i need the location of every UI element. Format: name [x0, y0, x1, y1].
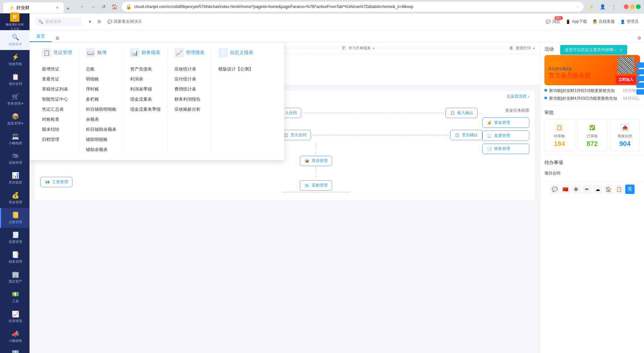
- sidebar-item-operations[interactable]: 📈 经营管理: [0, 307, 30, 327]
- sidebar-item-general-ledger[interactable]: 📒 总账管理: [0, 208, 30, 228]
- desktop-shortcut-btn[interactable]: 桌面快捷: [636, 89, 644, 95]
- bottom-icon-6[interactable]: 🏠: [604, 185, 613, 194]
- menu-item-add-voucher[interactable]: 新增凭证: [42, 64, 72, 74]
- new-tab-button[interactable]: +: [64, 4, 72, 13]
- menu-item-detail-ledger[interactable]: 明细账: [86, 74, 116, 84]
- tip-close-btn[interactable]: ×: [620, 47, 623, 53]
- menu-item-balance[interactable]: 资产负债表: [130, 64, 161, 74]
- menu-item-payable-stats[interactable]: 应付统计表: [174, 74, 205, 84]
- demo-link[interactable]: 💬 我要看实例演示: [107, 19, 142, 24]
- bottom-icon-8[interactable]: 英: [625, 185, 635, 194]
- flow-node-invoice-mgmt[interactable]: 🧾 发票管理: [482, 131, 529, 141]
- message-button[interactable]: 💬 消息 99+: [546, 19, 560, 24]
- menu-item-draft-voucher-list[interactable]: 草稿凭证列表: [42, 84, 72, 94]
- win-maximize-btn[interactable]: [636, 4, 641, 9]
- app-download-button[interactable]: 📱 App下载: [566, 19, 587, 24]
- sidebar-item-salary[interactable]: 💵 工资: [0, 287, 30, 307]
- menu-item-cashflow-quarterly[interactable]: 现金流量表季报: [130, 104, 161, 114]
- win-minimize-btn[interactable]: [630, 4, 635, 9]
- flow-node-income-confirm[interactable]: 📋 收入确认: [445, 108, 478, 118]
- menu-item-period-end[interactable]: 期末结转: [42, 124, 72, 135]
- join-button[interactable]: 立即加入: [616, 76, 636, 84]
- menu-item-profit-quarterly[interactable]: 利润表季报: [130, 84, 161, 94]
- flow-node-expense-confirm[interactable]: 📋 支出确认: [450, 130, 482, 140]
- extension-btn[interactable]: ⚡: [586, 2, 596, 11]
- active-tab[interactable]: ⚡ 好业财 ×: [3, 2, 64, 13]
- bottom-icon-7[interactable]: 📋: [614, 185, 624, 194]
- menu-item-reconciliation[interactable]: 对账检查: [42, 114, 72, 124]
- approval-card-approved[interactable]: ✅ 已审核 872: [577, 119, 607, 151]
- menu-item-aux-balance[interactable]: 辅助余额表: [86, 145, 116, 155]
- menu-item-profit[interactable]: 利润表: [130, 74, 161, 84]
- menu-item-archive[interactable]: 归档管理: [42, 135, 72, 145]
- forward-button[interactable]: →: [88, 2, 98, 11]
- customer-hotline-btn[interactable]: 客服热线: [636, 76, 644, 81]
- sidebar-item-retail[interactable]: 🛒 零售管理 ▾: [0, 90, 30, 109]
- sidebar-item-marketing[interactable]: 📣 小畅销售: [0, 327, 30, 347]
- bottom-icon-1[interactable]: 💬: [550, 185, 559, 194]
- header-search-box[interactable]: 🔍 搜索菜单: [35, 17, 82, 26]
- menu-btn[interactable]: ⋮: [609, 2, 619, 11]
- activity-news-item-1[interactable]: 新功能|好业财3月6日功能更新抢先知 03月06日: [544, 88, 640, 94]
- sidebar-item-fund[interactable]: 💰 资金管理: [0, 188, 30, 208]
- set-flow-button[interactable]: 去设置流程 ›: [506, 94, 529, 99]
- home-button[interactable]: 🏠: [110, 2, 119, 11]
- flow-node-purchase[interactable]: 🛍 采购管理: [300, 180, 332, 191]
- menu-item-expense-stats[interactable]: 费用统计表: [174, 84, 205, 94]
- flow-node-salary[interactable]: 💵 工资管理: [40, 177, 72, 187]
- tab-close-btn[interactable]: ×: [56, 5, 58, 10]
- menu-item-receivable-stats[interactable]: 应收统计表: [174, 64, 205, 74]
- sidebar-item-quick-nav[interactable]: ⚡ 快捷导航: [0, 50, 30, 70]
- menu-item-profit-report[interactable]: 财务利润报告: [174, 94, 205, 104]
- menu-item-voucher-summary[interactable]: 凭证汇总表: [42, 104, 72, 114]
- approval-card-initiated[interactable]: 📤 我发起的 904: [610, 119, 640, 151]
- tab-settings-icon[interactable]: ⚙: [635, 34, 644, 42]
- service-community-btn[interactable]: 服务社区: [636, 83, 644, 88]
- header-nav-chevron[interactable]: ▾: [86, 18, 94, 26]
- bookmark-icon[interactable]: ☆: [576, 4, 580, 9]
- menu-item-ar-aging[interactable]: 应收账龄分析: [174, 104, 205, 114]
- homepage-settings-btn[interactable]: 首页设置: [636, 62, 644, 68]
- approval-card-pending[interactable]: 📋 待审核 184: [544, 119, 575, 151]
- menu-item-smart-voucher[interactable]: 智能凭证中心: [42, 94, 72, 104]
- activity-news-item-2[interactable]: 新功能|好业财4月03日功能更新抢先知 04月03日: [544, 96, 640, 101]
- sidebar-item-invoice[interactable]: 🧾 发票管理: [0, 228, 30, 248]
- menu-item-aux-detail[interactable]: 辅助明细账: [86, 135, 116, 145]
- sidebar-item-inventory[interactable]: 📊 库存核算: [0, 168, 30, 188]
- activity-banner[interactable]: 畅捷通 享社群专属权益 官方会员服务群 立即加入: [544, 55, 640, 85]
- win-close-btn[interactable]: [624, 4, 629, 9]
- help-center-btn[interactable]: 帮助中心: [636, 69, 644, 74]
- menu-item-template-design[interactable]: 模版设计【公测】: [218, 64, 253, 74]
- menu-item-general-ledger[interactable]: 总账: [86, 64, 116, 74]
- sidebar-item-tax[interactable]: 📑 税务管理: [0, 248, 30, 267]
- profile-btn[interactable]: 👤: [598, 2, 607, 11]
- sidebar-item-purchase[interactable]: 🛍 采购管理: [0, 149, 30, 168]
- menu-item-multi-column[interactable]: 多栏账: [86, 94, 116, 104]
- menu-item-subject-aux-balance[interactable]: 科目辅助余额表: [86, 124, 116, 135]
- sidebar-item-wholesale[interactable]: 📦 批发管理 ▾: [0, 109, 30, 129]
- sidebar-item-fixed-assets[interactable]: 🏢 固定资产: [0, 267, 30, 287]
- flow-node-tax-mgmt[interactable]: 📑 税务管理: [482, 144, 529, 154]
- menu-item-subject-aux-detail[interactable]: 科目辅助明细账: [86, 104, 116, 114]
- flow-node-fund-mgmt[interactable]: 💰 资金管理: [482, 117, 529, 128]
- address-bar[interactable]: 🔒 cloud.chanjet.com/cc/u6d89qwnryel/57bf…: [122, 2, 584, 12]
- bottom-icon-5[interactable]: ☁: [593, 185, 602, 194]
- bottom-icon-4[interactable]: ✏: [582, 185, 592, 194]
- bottom-icon-2[interactable]: 🇨🇳: [561, 185, 570, 194]
- sidebar-item-ecommerce[interactable]: 💻 小畅电商: [0, 129, 30, 149]
- online-service-button[interactable]: 👩‍💼 在线客服: [592, 19, 615, 24]
- tab-home[interactable]: 首页: [30, 31, 52, 42]
- menu-item-balance-sheet[interactable]: 余额表: [86, 114, 116, 124]
- sidebar-item-search[interactable]: 🔍 搜索菜单: [0, 30, 30, 50]
- user-profile-button[interactable]: 👤 管理员: [620, 19, 639, 24]
- menu-item-view-voucher[interactable]: 查看凭证: [42, 74, 72, 84]
- header-settings-icon[interactable]: ⚙: [95, 18, 103, 26]
- sidebar-item-basic-info[interactable]: ℹ️ 基础信息: [0, 347, 30, 353]
- sidebar-item-project-contract[interactable]: 📋 项目合同: [0, 70, 30, 90]
- menu-item-chronological[interactable]: 序时账: [86, 84, 116, 94]
- reload-button[interactable]: ↺: [99, 2, 108, 11]
- tab-expand-icon[interactable]: ⊞: [53, 34, 62, 42]
- back-button[interactable]: ←: [77, 2, 87, 11]
- bottom-icon-3[interactable]: ⚙: [572, 185, 581, 194]
- menu-item-cashflow[interactable]: 现金流量表: [130, 94, 161, 104]
